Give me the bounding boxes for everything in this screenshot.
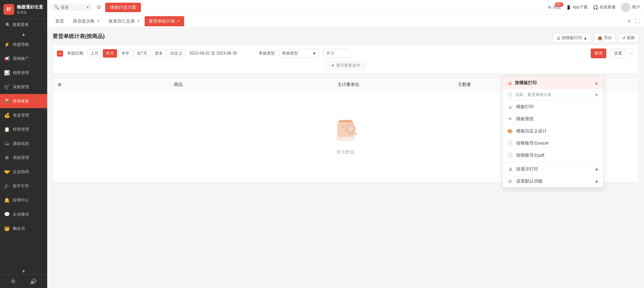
dp-group-default-func[interactable]: ⚙ 设置默认功能 ▶ [503,175,603,187]
th-settings[interactable]: ⚙ [53,79,66,91]
date-btn-more[interactable]: 更多 [152,49,166,58]
date-btn-prev-month[interactable]: 上月 [87,49,101,58]
filter-bar: » 单据日期 上月 本月 本年 近7天 更多 自定义 2023-06-01 至 … [53,45,639,74]
sidebar-item-operation[interactable]: 📋 经营管理 [0,122,47,136]
sidebar-item-purchase[interactable]: 🛒 采购管理 [0,80,47,94]
topbar-search[interactable]: 🔍 ▼ [51,3,92,11]
topbar-settings-icon[interactable]: ⚙ [96,4,101,10]
settings-bottom-icon[interactable]: ⚙ [11,278,16,285]
sidebar-nav: ⚡ 快捷导航 📢 营销推广 📊 销售管理 🛒 采购管理 📦 库存核算 💰 资金管… [0,37,47,268]
page-title: 要货单统计表(按商品) [53,33,639,40]
expand-window-btn[interactable]: ⛶ [635,19,640,24]
tab-home[interactable]: 首页 [51,16,68,26]
wechat-icon: 💬 [3,211,10,218]
dp-current-icon: 📄 [507,93,513,97]
sidebar-search[interactable]: 🔍 搜索菜单 [0,19,47,31]
main-content: 🔍 ▼ ⚙ 体验行业方案 ✉ 消息 99+ 📱 App下载 🎧 在线客服 用户 [47,0,644,288]
print-dropdown-panel: 🖨 按模板打印 ▲ 📄 当前：要货单统计表 ▼ 🖨 模板打印 [502,76,604,188]
online-service-btn[interactable]: 🎧 在线客服 [593,4,616,10]
date-range-text: 2023-06-01 至 2023-06-30 [189,51,237,56]
avatar [621,3,631,12]
dp-group-display-print[interactable]: 🖥 按显示打印 ▶ [503,163,603,175]
sidebar-item-basic[interactable]: 🗂 基础信息 [0,136,47,151]
empty-text: 暂无数据 [337,149,354,155]
trial-btn[interactable]: 体验行业方案 [105,3,141,12]
dp-default-func-chevron: ▶ [596,179,598,184]
close-window-btn[interactable]: ✕ [626,19,632,24]
sidebar-item-sales[interactable]: 📊 销售管理 [0,66,47,80]
th-product: 商品 [66,78,290,91]
sidebar-item-wechat[interactable]: 💬 企业微信 [0,207,47,221]
date-range: 上月 本月 本年 近7天 更多 自定义 [87,49,185,58]
settings-btn[interactable]: 设置 [610,49,626,58]
expand-more-row: ▼ 展开更多条件 [57,61,634,70]
finance-icon: 💰 [3,112,10,119]
message-btn[interactable]: ✉ 消息 99+ [548,4,561,10]
sidebar-scroll-up[interactable]: ▲ [0,31,47,37]
svg-rect-6 [340,125,346,126]
user-avatar[interactable]: 用户 [621,3,640,12]
sidebar-item-quick-nav[interactable]: ⚡ 快捷导航 [0,37,47,52]
dp-template-preview-icon: 👁 [507,117,513,122]
dp-header[interactable]: 🖨 按模板打印 ▲ [503,76,603,89]
guide-icon: 🎓 [3,183,10,189]
dp-item-template-print[interactable]: 🖨 模板打印 [503,101,603,113]
dp-display-print-icon: 🖥 [507,167,513,172]
sidebar-item-system[interactable]: ⚙ 系统管理 [0,151,47,165]
sidebar-item-enterprise[interactable]: 🤝 企业协同 [0,165,47,179]
print-icon: 🖨 [556,36,560,40]
quick-nav-icon: ⚡ [3,41,10,48]
dp-template-excel-icon: 📄 [507,141,513,146]
tab-receipt-summary[interactable]: 收发存汇总表 ✕ [105,16,144,26]
dp-item-template-preview[interactable]: 👁 模板预览 [503,113,603,125]
order-type-select[interactable]: 单据类型 ▼ [279,49,319,58]
enterprise-icon: 🤝 [3,168,10,175]
tab-close-inventory-batch[interactable]: ✕ [97,19,100,23]
tab-order-summary[interactable]: 要货单统计表 ✕ [145,16,184,26]
tabs-bar: 首页 库存批次账 ✕ 收发存汇总表 ✕ 要货单统计表 ✕ ✕ ⛶ [47,15,644,28]
sidebar-item-finance[interactable]: 💰 资金管理 [0,108,47,122]
export-icon: 📤 [597,36,603,40]
date-label: 单据日期 [67,51,83,56]
tag-select[interactable]: 要货 [323,49,350,58]
topbar: 🔍 ▼ ⚙ 体验行业方案 ✉ 消息 99+ 📱 App下载 🎧 在线客服 用户 [47,0,644,15]
date-btn-this-month[interactable]: 本月 [103,49,117,58]
print-chevron-icon: ▲ [583,36,587,40]
dp-current-template: 📄 当前：要货单统计表 ▼ [503,89,603,99]
column-settings-icon[interactable]: ⚙ [58,82,62,87]
sound-bottom-icon[interactable]: 🔊 [30,278,37,285]
message-icon: ✉ [548,5,551,10]
expand-more-btn[interactable]: ▼ 展开更多条件 [325,61,366,70]
tab-close-receipt-summary[interactable]: ✕ [137,19,140,23]
dp-item-template-excel[interactable]: 📄 按模板导出excel [503,137,603,149]
app-download-btn[interactable]: 📱 App下载 [566,4,588,10]
tab-inventory-batch[interactable]: 库存批次账 ✕ [69,16,104,26]
sidebar-item-appstore[interactable]: 🔔 应用中心 [0,193,47,207]
sidebar-scroll-down[interactable]: ▼ [0,268,47,275]
refresh-btn[interactable]: ↺ 刷新 [618,33,639,43]
sidebar-item-guide[interactable]: 🎓 新手引导 [0,179,47,193]
dp-display-print-chevron: ▶ [596,167,598,171]
query-btn[interactable]: 查询 [591,49,606,58]
svg-line-5 [354,132,356,135]
dp-template-design-icon: 🎨 [507,129,513,134]
dp-item-template-pdf[interactable]: 📄 按模板导出pdf [503,149,603,161]
inventory-icon: 📦 [3,98,10,104]
dp-item-template-design[interactable]: 🎨 模板自定义设计 [503,125,603,137]
export-btn[interactable]: 📤 导出 [594,33,616,43]
date-btn-7days[interactable]: 近7天 [134,49,150,58]
sidebar-item-member[interactable]: 👑 畅会员 [0,221,47,235]
appstore-icon: 🔔 [3,197,10,203]
print-btn[interactable]: 🖨 按模板打印 ▲ [553,33,591,43]
topbar-dropdown-icon[interactable]: ▼ [86,5,90,10]
date-btn-this-year[interactable]: 本年 [118,49,133,58]
headset-icon: 🎧 [593,5,598,10]
sidebar-item-inventory[interactable]: 📦 库存核算 [0,94,47,108]
sidebar: 好 畅捷通好生意 标准版 🔍 搜索菜单 ▲ ⚡ 快捷导航 📢 营销推广 📊 销售… [0,0,47,288]
tab-close-order-summary[interactable]: ✕ [177,19,180,23]
more-options-icon[interactable]: ··· [630,51,634,57]
sidebar-item-marketing[interactable]: 📢 营销推广 [0,52,47,66]
date-btn-custom[interactable]: 自定义 [167,49,185,58]
search-input[interactable] [61,5,84,10]
filter-expand-btn[interactable]: » [57,51,63,57]
